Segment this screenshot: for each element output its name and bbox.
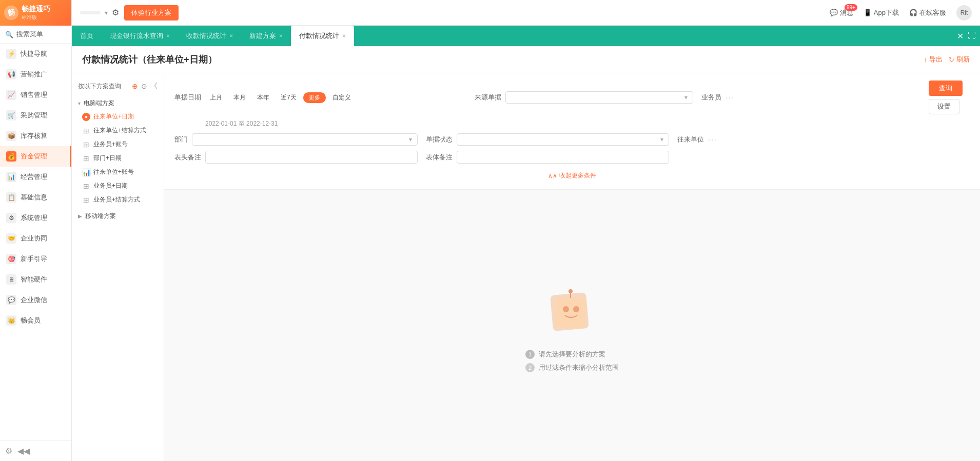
date-label: 单据日期	[174, 93, 201, 102]
topbar-left: ▾ ⚙	[80, 8, 119, 17]
sidebar-item-quick-nav[interactable]: ⚡ 快捷导航	[0, 44, 71, 64]
scheme-employee-account[interactable]: ⊞ 业务员+账号	[76, 137, 164, 151]
tab-cash-flow[interactable]: 现金银行流水查询 ×	[102, 26, 178, 46]
voucher-status-select[interactable]: ▾	[457, 133, 669, 146]
header-note-input[interactable]	[205, 151, 418, 164]
basic-info-icon: 📋	[6, 192, 16, 203]
sidebar-item-purchase[interactable]: 🛒 采购管理	[0, 105, 71, 126]
online-support-item[interactable]: 🎧 在线客服	[909, 8, 946, 17]
shortcut-this-month[interactable]: 本月	[229, 92, 250, 104]
settings-button[interactable]: 设置	[929, 99, 959, 114]
topbar-gear-icon[interactable]: ⚙	[112, 8, 119, 17]
collapse-button[interactable]: ∧∧ 收起更多条件	[174, 169, 970, 182]
dept-select[interactable]: ▾	[192, 133, 418, 146]
sidebar-item-basic-info[interactable]: 📋 基础信息	[0, 187, 71, 208]
tab-payment-stat-close-icon[interactable]: ×	[342, 32, 346, 39]
sidebar-item-wechat[interactable]: 💬 企业微信	[0, 290, 71, 310]
filter-source-item: 来源单据 ▾	[475, 91, 694, 104]
filter-action-col: 查询 设置	[929, 81, 970, 114]
sidebar-item-hardware[interactable]: 🖥 智能硬件	[0, 269, 71, 290]
scheme-dept-date[interactable]: ⊞ 部门+日期	[76, 151, 164, 165]
date-shortcuts: 上月 本月 本年 近7天 更多 自定义	[205, 92, 356, 104]
tab-home[interactable]: 首页	[72, 26, 102, 46]
scheme-employee-settlement[interactable]: ⊞ 业务员+结算方式	[76, 193, 164, 207]
scheme-settings-icon[interactable]: ⊙	[141, 82, 147, 90]
shortcut-7days[interactable]: 近7天	[276, 92, 301, 104]
tabbar: 首页 现金银行流水查询 × 收款情况统计 × 新建方案 × 付款情况统计 × ✕…	[72, 26, 980, 46]
shortcut-this-year[interactable]: 本年	[252, 92, 274, 104]
tab-new-scheme[interactable]: 新建方案 ×	[241, 26, 291, 46]
scheme-employee-date[interactable]: ⊞ 业务员+日期	[76, 179, 164, 193]
tab-payment-stat[interactable]: 付款情况统计 ×	[291, 26, 354, 46]
avatar[interactable]: Rit	[956, 5, 972, 21]
shortcut-custom[interactable]: 自定义	[328, 92, 356, 104]
sidebar-item-enterprise[interactable]: 🤝 企业协同	[0, 228, 71, 249]
add-scheme-icon[interactable]: ⊕	[132, 82, 138, 90]
sidebar-label-inventory: 库存核算	[21, 131, 47, 141]
refresh-icon: ↻	[949, 56, 954, 64]
member-icon: 👑	[6, 315, 16, 326]
account-chevron-icon[interactable]: ▾	[105, 9, 108, 16]
app-download-item[interactable]: 📱 App下载	[864, 8, 899, 17]
sidebar-item-marketing[interactable]: 📢 营销推广	[0, 64, 71, 85]
sidebar-item-system[interactable]: ⚙ 系统管理	[0, 208, 71, 228]
export-button[interactable]: ↑ 导出	[924, 55, 943, 64]
sidebar: 畅 畅捷通巧 标准版 🔍 搜索菜单 ⚡ 快捷导航 📢 营销推广 📈 销售管理 🛒…	[0, 0, 72, 461]
trial-button[interactable]: 体验行业方案	[124, 5, 179, 21]
sidebar-label-wechat: 企业微信	[21, 295, 47, 305]
sidebar-item-member[interactable]: 👑 畅会员	[0, 310, 71, 331]
logo-icon: 畅	[4, 6, 18, 20]
collapse-sidebar-icon[interactable]: ◀◀	[17, 446, 30, 456]
tab-income-stat-close-icon[interactable]: ×	[229, 32, 233, 39]
filter-row-2: 部门 ▾ 单据状态 ▾	[174, 133, 970, 146]
collapse-scheme-icon[interactable]: 《	[150, 82, 158, 91]
sidebar-item-operations[interactable]: 📊 经营管理	[0, 167, 71, 187]
empty-svg	[541, 278, 603, 340]
settings-footer-icon[interactable]: ⚙	[5, 446, 12, 456]
scheme-partner-date[interactable]: ● 往来单位+日期	[76, 110, 164, 124]
sidebar-search[interactable]: 🔍 搜索菜单	[0, 26, 71, 44]
operations-icon: 📊	[6, 172, 16, 182]
mobile-group-title[interactable]: ▶ 移动端方案	[72, 210, 164, 223]
svg-point-3	[573, 306, 579, 312]
date-range-text: 2022-01-01 至 2022-12-31	[205, 120, 278, 127]
mobile-group-label: 移动端方案	[85, 212, 116, 221]
shortcut-last-month[interactable]: 上月	[205, 92, 227, 104]
sidebar-nav: ⚡ 快捷导航 📢 营销推广 📈 销售管理 🛒 采购管理 📦 库存核算 💰 资金管…	[0, 44, 71, 440]
close-all-icon[interactable]: ✕	[957, 31, 964, 41]
messages-item[interactable]: 💬 消息 99+	[830, 8, 853, 17]
purchase-icon: 🛒	[6, 110, 16, 121]
marketing-icon: 📢	[6, 69, 16, 79]
scheme-list: ● 往来单位+日期 ⊞ 往来单位+结算方式 ⊞ 业务员+账号 ⊞	[72, 110, 164, 207]
tab-cash-flow-close-icon[interactable]: ×	[166, 32, 170, 39]
svg-point-5	[569, 289, 573, 293]
partner-dots[interactable]: ···	[708, 135, 717, 144]
source-select[interactable]: ▾	[505, 91, 694, 104]
shortcut-more[interactable]: 更多	[303, 92, 326, 103]
desktop-group-arrow-icon: ▾	[78, 101, 81, 106]
empty-hint-2: 2 用过滤条件来缩小分析范围	[525, 363, 619, 372]
tab-new-scheme-close-icon[interactable]: ×	[279, 32, 283, 39]
sidebar-item-sales[interactable]: 📈 销售管理	[0, 85, 71, 105]
query-button[interactable]: 查询	[929, 81, 963, 96]
scheme-partner-account[interactable]: 📊 往来单位+账号	[76, 165, 164, 179]
desktop-group-title[interactable]: ▾ 电脑端方案	[72, 97, 164, 110]
sidebar-label-basic-info: 基础信息	[21, 193, 47, 202]
date-range-row: 2022-01-01 至 2022-12-31	[174, 119, 970, 128]
maximize-icon[interactable]: ⛶	[968, 31, 976, 41]
inventory-icon: 📦	[6, 131, 16, 141]
sidebar-header: 畅 畅捷通巧 标准版	[0, 0, 71, 26]
body-note-input[interactable]	[457, 151, 669, 164]
empty-hints: 1 请先选择要分析的方案 2 用过滤条件来缩小分析范围	[525, 350, 619, 372]
sidebar-item-inventory[interactable]: 📦 库存核算	[0, 126, 71, 146]
sidebar-item-guide[interactable]: 🎯 新手引导	[0, 249, 71, 269]
scheme-panel-icons: ⊕ ⊙ 《	[132, 82, 158, 91]
filter-body-note-item: 表体备注	[426, 151, 669, 164]
refresh-button[interactable]: ↻ 刷新	[949, 55, 970, 64]
sidebar-item-capital[interactable]: 💰 资金管理	[0, 146, 71, 167]
scheme-partner-settlement[interactable]: ⊞ 往来单位+结算方式	[76, 124, 164, 137]
partner-account-label: 往来单位+账号	[93, 168, 134, 176]
tab-income-stat[interactable]: 收款情况统计 ×	[178, 26, 241, 46]
empty-hint-1: 1 请先选择要分析的方案	[525, 350, 619, 359]
employee-dots[interactable]: ···	[726, 93, 735, 102]
